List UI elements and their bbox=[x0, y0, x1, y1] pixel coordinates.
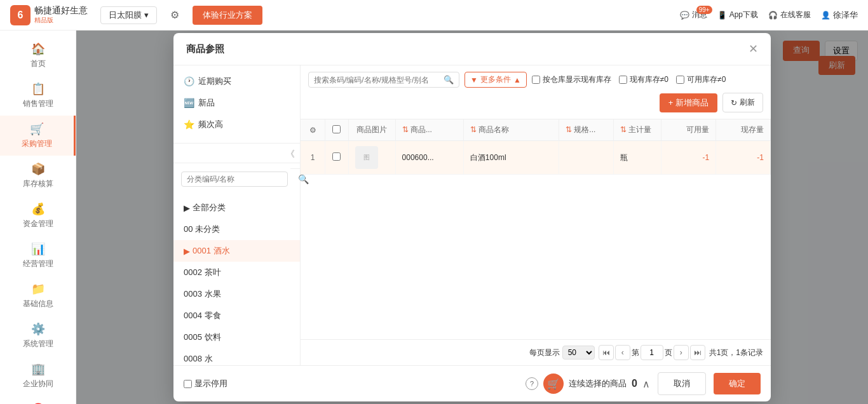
filter-button[interactable]: ▼ 更多条件 ▲ bbox=[465, 72, 527, 88]
sidebar-label-enterprise: 企业协同 bbox=[23, 379, 53, 389]
inventory-icon: 📦 bbox=[31, 162, 45, 176]
checkbox-stock-nonzero[interactable]: 现有库存≠0 bbox=[619, 74, 668, 85]
last-page-button[interactable]: ⏭ bbox=[690, 345, 705, 360]
sidebar-item-purchase[interactable]: 🛒 采购管理 bbox=[0, 116, 76, 156]
recent-icon: 🕐 bbox=[184, 76, 194, 86]
cat-item-00[interactable]: 00 未分类 bbox=[173, 219, 300, 240]
modal-dialog: 商品参照 ✕ 🕐 近期购买 🆕 bbox=[173, 33, 771, 401]
product-search-input[interactable] bbox=[314, 76, 441, 84]
enterprise-icon: 🏢 bbox=[31, 362, 45, 376]
confirm-button[interactable]: 确定 bbox=[714, 373, 761, 394]
show-disabled-input[interactable] bbox=[184, 380, 192, 388]
footer-cart: ? 🛒 连续选择的商品 0 ∧ bbox=[526, 374, 650, 394]
collapse-left-icon[interactable]: 《 bbox=[286, 149, 295, 160]
checkbox-available-nonzero-label: 可用库存≠0 bbox=[687, 74, 726, 85]
select-all-checkbox[interactable] bbox=[332, 125, 341, 133]
category-search-input[interactable] bbox=[181, 172, 288, 187]
next-page-button[interactable]: › bbox=[674, 345, 689, 360]
sidebar-item-enterprise[interactable]: 🏢 企业协同 bbox=[0, 356, 76, 396]
tab-recent-purchase[interactable]: 🕐 近期购买 bbox=[173, 71, 300, 92]
cancel-button[interactable]: 取消 bbox=[658, 372, 706, 395]
checkbox-warehouse[interactable]: 按仓库显示现有库存 bbox=[532, 74, 611, 85]
collapse-footer-icon[interactable]: ∧ bbox=[642, 378, 650, 390]
filter-checkboxes: 按仓库显示现有库存 现有库存≠0 可用库存≠0 bbox=[532, 74, 726, 85]
service-label: 在线客服 bbox=[780, 10, 811, 20]
cat-item-0004[interactable]: 0004 零食 bbox=[173, 305, 300, 327]
checkbox-stock-nonzero-input[interactable] bbox=[619, 76, 627, 84]
product-search-icon[interactable]: 🔍 bbox=[444, 75, 454, 84]
th-settings[interactable]: ⚙ bbox=[301, 119, 325, 141]
td-code: 000600... bbox=[395, 141, 463, 175]
page-number-input[interactable] bbox=[641, 345, 663, 360]
logo-icon: 6 bbox=[10, 5, 31, 25]
sales-icon: 📋 bbox=[31, 82, 45, 96]
user-item[interactable]: 👤 徐泽华 bbox=[821, 10, 858, 21]
sidebar-item-system[interactable]: ⚙️ 系统管理 bbox=[0, 316, 76, 356]
help-icon[interactable]: ? bbox=[526, 377, 538, 390]
checkbox-warehouse-input[interactable] bbox=[532, 76, 540, 84]
checkbox-available-nonzero-input[interactable] bbox=[676, 76, 684, 84]
prev-page-button[interactable]: ‹ bbox=[615, 345, 630, 360]
tab-new-label: 新品 bbox=[198, 97, 215, 109]
th-name[interactable]: ⇅ 商品名称 bbox=[463, 119, 559, 141]
store-selector[interactable]: 日太阳膜 ▾ bbox=[100, 6, 157, 24]
td-name: 白酒100ml bbox=[463, 141, 559, 175]
cat-item-0005[interactable]: 0005 饮料 bbox=[173, 327, 300, 348]
show-disabled-checkbox[interactable]: 显示停用 bbox=[184, 378, 227, 389]
th-checkbox[interactable] bbox=[325, 119, 348, 141]
cat-0001-arrow: ▶ bbox=[184, 246, 190, 256]
table-row[interactable]: 1 图 000600... 白酒100ml bbox=[301, 141, 771, 175]
th-code[interactable]: ⇅ 商品... bbox=[395, 119, 463, 141]
show-disabled-label: 显示停用 bbox=[194, 378, 227, 389]
refresh-icon: ↻ bbox=[731, 98, 737, 107]
sidebar-item-operations[interactable]: 📊 经营管理 bbox=[0, 236, 76, 276]
main-layout: 🏠 首页 📋 销售管理 🛒 采购管理 📦 库存核算 💰 资金管理 📊 经营管理 … bbox=[0, 30, 868, 404]
modal-close-button[interactable]: ✕ bbox=[749, 42, 758, 56]
left-panel-divider bbox=[173, 143, 300, 144]
sidebar-item-sales[interactable]: 📋 销售管理 bbox=[0, 76, 76, 116]
settings-icon[interactable]: ⚙ bbox=[165, 5, 185, 25]
new-icon: 🆕 bbox=[184, 98, 194, 108]
checkbox-available-nonzero[interactable]: 可用库存≠0 bbox=[676, 74, 726, 85]
per-page-dropdown[interactable]: 50 100 200 bbox=[562, 346, 595, 360]
sidebar-item-guide[interactable]: 🎯 新手引导 bbox=[0, 396, 76, 404]
category-list: ▶ 全部分类 00 未分类 ▶ 0001 酒水 0002 茶 bbox=[173, 194, 300, 365]
page-label-end: 页 bbox=[665, 347, 672, 358]
topbar-center: 日太阳膜 ▾ ⚙ 体验行业方案 bbox=[100, 5, 262, 25]
online-service-item[interactable]: 🎧 在线客服 bbox=[768, 10, 811, 20]
sort-icon-name: ⇅ bbox=[470, 125, 477, 134]
th-spec[interactable]: ⇅ 规格... bbox=[559, 119, 614, 141]
td-checkbox[interactable] bbox=[325, 141, 348, 175]
modal-title: 商品参照 bbox=[186, 43, 224, 55]
message-icon: 💬 bbox=[680, 11, 689, 20]
cat-item-0002[interactable]: 0002 茶叶 bbox=[173, 262, 300, 283]
sidebar-label-inventory: 库存核算 bbox=[23, 178, 53, 189]
trial-button[interactable]: 体验行业方案 bbox=[193, 6, 262, 25]
first-page-button[interactable]: ⏮ bbox=[599, 345, 614, 360]
cart-icon[interactable]: 🛒 bbox=[543, 374, 564, 394]
sidebar-item-inventory[interactable]: 📦 库存核算 bbox=[0, 156, 76, 196]
refresh-button[interactable]: ↻ 刷新 bbox=[722, 93, 763, 112]
row-checkbox[interactable] bbox=[332, 152, 341, 161]
product-table: ⚙ 商品图片 ⇅ 商品... ⇅ 商品名称 bbox=[301, 119, 771, 175]
filter-label: 更多条件 bbox=[480, 74, 511, 85]
cat-item-0003[interactable]: 0003 水果 bbox=[173, 283, 300, 305]
sidebar-item-finance[interactable]: 💰 资金管理 bbox=[0, 196, 76, 236]
cat-item-all[interactable]: ▶ 全部分类 bbox=[173, 197, 300, 219]
td-unit: 瓶 bbox=[613, 141, 661, 175]
tab-recent-label: 近期购买 bbox=[198, 76, 231, 87]
tab-new-product[interactable]: 🆕 新品 bbox=[173, 92, 300, 114]
th-unit[interactable]: ⇅ 主计量 bbox=[613, 119, 661, 141]
messages-item[interactable]: 💬 消息 99+ bbox=[680, 10, 707, 20]
new-product-button[interactable]: + 新增商品 bbox=[660, 93, 717, 112]
sidebar-item-home[interactable]: 🏠 首页 bbox=[0, 36, 76, 76]
td-spec bbox=[559, 141, 614, 175]
sidebar-item-base[interactable]: 📁 基础信息 bbox=[0, 276, 76, 316]
per-page-label: 每页显示 bbox=[529, 347, 560, 358]
product-image: 图 bbox=[355, 146, 378, 169]
cat-item-0008[interactable]: 0008 水 bbox=[173, 348, 300, 365]
cat-item-0001[interactable]: ▶ 0001 酒水 bbox=[173, 240, 300, 262]
modal-right-panel: 🔍 ▼ 更多条件 ▲ 按仓库显示现有库存 bbox=[301, 65, 771, 365]
tab-frequent[interactable]: ⭐ 频次高 bbox=[173, 114, 300, 135]
app-download-item[interactable]: 📱 App下载 bbox=[717, 10, 758, 20]
